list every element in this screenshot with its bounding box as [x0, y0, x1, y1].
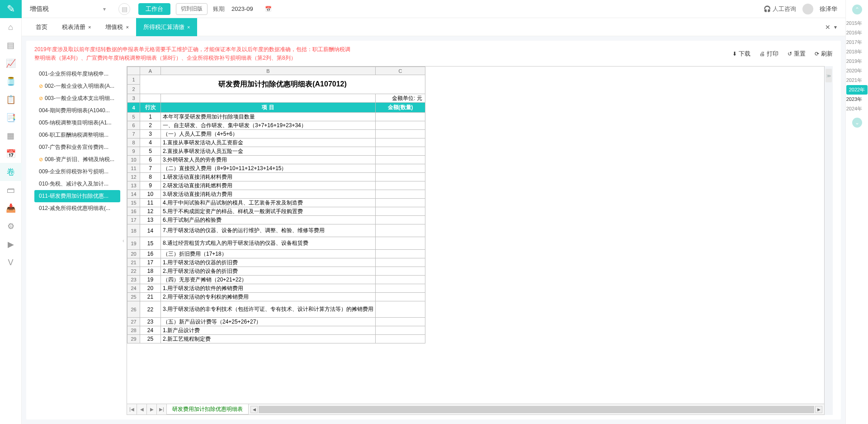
tax-type-chevron-icon[interactable]: ▾	[103, 6, 106, 12]
form-list-item[interactable]: 004-期间费用明细表(A1040...	[34, 105, 120, 117]
table-row[interactable]: 22182.用于研发活动的设备的折旧费	[127, 267, 425, 276]
form-list-item[interactable]: ⊘002-一般企业收入明细表(A...	[34, 80, 120, 92]
sheet-nav-first-icon[interactable]: |◀	[127, 404, 137, 414]
tab-首页[interactable]: 首页	[28, 18, 55, 36]
form-list-item[interactable]: 006-职工薪酬纳税调整明细...	[34, 129, 120, 141]
form-list-item[interactable]: 005-纳税调整项目明细表(A1...	[34, 117, 120, 129]
sheet-table[interactable]: ABC1研发费用加计扣除优惠明细表(A107012)23金额单位: 元4行次项 …	[127, 67, 425, 343]
reset-button[interactable]: ↺重置	[788, 50, 806, 58]
nav-archive-icon[interactable]: 🗃	[0, 181, 22, 199]
year-item[interactable]: 2015年	[846, 19, 868, 28]
tabs-overflow-icon[interactable]: ▾	[832, 24, 839, 30]
sheet-nav-next-icon[interactable]: ▶	[147, 404, 157, 414]
year-up-icon[interactable]: ⌃	[852, 5, 862, 14]
sheet-tab[interactable]: 研发费用加计扣除优惠明细表	[166, 404, 249, 414]
table-row[interactable]: 2723（五）新产品设计费等（24+25+26+27）	[127, 318, 425, 326]
table-row[interactable]: 2319（四）无形资产摊销（20+21+22）	[127, 276, 425, 284]
nav-v-icon[interactable]: V	[0, 253, 22, 272]
sheet-nav-last-icon[interactable]: ▶|	[157, 404, 167, 414]
period-input[interactable]	[228, 4, 274, 14]
table-row[interactable]: 117（二）直接投入费用（8+9+10+11+12+13+14+15）	[127, 164, 425, 173]
year-item[interactable]: 2017年	[846, 38, 868, 47]
nav-settings-icon[interactable]: ⚙	[0, 217, 22, 235]
table-row[interactable]: 952.直接从事研发活动人员五险一金	[127, 147, 425, 156]
table-row[interactable]: 1281.研发活动直接消耗材料费用	[127, 173, 425, 181]
year-item[interactable]: 2020年	[846, 66, 868, 76]
nav-video-icon[interactable]: ▶	[0, 235, 22, 253]
refresh-button[interactable]: ⟳刷新	[815, 50, 833, 58]
table-row[interactable]: 62一、自主研发、合作研发、集中研发（3+7+16+19+23+34）	[127, 121, 425, 130]
year-down-icon[interactable]: ⌄	[852, 118, 862, 128]
year-item[interactable]: 2023年	[846, 95, 868, 104]
table-row[interactable]: 25212.用于研发活动的专利权的摊销费用	[127, 293, 425, 301]
table-row[interactable]: 28241.新产品设计费	[127, 326, 425, 335]
scrollbar-right-icon[interactable]: ▶	[815, 406, 822, 413]
table-row[interactable]: 17136.用于试制产品的检验费	[127, 216, 425, 224]
form-list-item[interactable]: ⊘008-资产折旧、摊销及纳税...	[34, 153, 120, 166]
year-item[interactable]: 2019年	[846, 57, 868, 66]
tax-type-selector-label[interactable]: 增值税	[30, 5, 49, 13]
nav-tax-icon[interactable]: 卷	[0, 163, 22, 181]
form-list-item[interactable]: 012-减免所得税优惠明细表(...	[34, 202, 120, 214]
year-item[interactable]: 2018年	[846, 47, 868, 57]
tab-增值税[interactable]: 增值税×	[98, 18, 136, 36]
close-all-tabs-icon[interactable]: ✕	[823, 24, 832, 31]
switch-old-version-button[interactable]: 切到旧版	[176, 3, 208, 15]
table-row[interactable]: 51本年可享受研发费用加计扣除项目数量	[127, 113, 425, 121]
nav-clipboard-icon[interactable]: 📋	[0, 91, 22, 109]
table-row[interactable]: 19158.通过经营租赁方式租入的用于研发活动的仪器、设备租赁费	[127, 237, 425, 250]
collapse-sidebar-handle[interactable]: ‹	[120, 66, 127, 415]
table-row[interactable]: 16125.用于不构成固定资产的样品、样机及一般测试手段购置费	[127, 207, 425, 216]
table-row[interactable]: 1063.外聘研发人员的劳务费用	[127, 156, 425, 164]
form-list-item[interactable]: 010-免税、减计收入及加计...	[34, 178, 120, 190]
download-button[interactable]: ⬇下载	[732, 50, 750, 58]
period-label: 账期	[213, 5, 225, 13]
table-row[interactable]: 15114.用于中间试验和产品试制的模具、工艺装备开发及制造费	[127, 199, 425, 207]
year-item[interactable]: 2016年	[846, 28, 868, 38]
form-list-item[interactable]: 007-广告费和业务宣传费跨...	[34, 141, 120, 153]
nav-home-icon[interactable]: ⌂	[0, 18, 22, 36]
form-list-item[interactable]: 009-企业所得税弥补亏损明...	[34, 166, 120, 178]
nav-table-icon[interactable]: ▦	[0, 127, 22, 145]
form-list-item[interactable]: 011-研发费用加计扣除优惠...	[34, 190, 120, 202]
docs-round-icon[interactable]: ▤	[118, 3, 130, 15]
form-list-item[interactable]: ⊘003-一般企业成本支出明细...	[34, 92, 120, 105]
tab-税表清册[interactable]: 税表清册×	[55, 18, 98, 36]
close-icon[interactable]: ×	[88, 24, 91, 30]
expand-panel-icon[interactable]: ≫	[826, 69, 832, 82]
help-link[interactable]: 🎧 人工咨询	[764, 5, 796, 13]
table-row[interactable]: 1392.研发活动直接消耗燃料费用	[127, 181, 425, 190]
scrollbar-thumb[interactable]	[259, 406, 814, 413]
workspace-button[interactable]: 工作台	[138, 3, 170, 15]
print-button[interactable]: 🖨打印	[760, 50, 778, 58]
year-item[interactable]: 2024年	[846, 104, 868, 114]
horizontal-scrollbar[interactable]: ◀ ▶	[249, 404, 824, 414]
sheet-nav-prev-icon[interactable]: ◀	[137, 404, 147, 414]
table-row[interactable]: 24201.用于研发活动的软件的摊销费用	[127, 284, 425, 293]
table-row[interactable]: 18147.用于研发活动的仪器、设备的运行维护、调整、检验、维修等费用	[127, 224, 425, 237]
content-area: 2019年度涉及取以前年度结转数据的申报表单元格需要手工维护正确，才能保证本年及…	[26, 41, 841, 419]
user-name-label: 徐泽华	[820, 5, 837, 13]
scrollbar-left-icon[interactable]: ◀	[250, 406, 258, 413]
table-row[interactable]: 73（一）人员人工费用（4+5+6）	[127, 130, 425, 138]
nav-report-icon[interactable]: 📑	[0, 109, 22, 127]
table-row[interactable]: 841.直接从事研发活动人员工资薪金	[127, 138, 425, 147]
user-avatar[interactable]	[802, 4, 813, 14]
table-row[interactable]: 26223.用于研发活动的非专利技术（包括许可证、专有技术、设计和计算方法等）的…	[127, 301, 425, 318]
nav-inbox-icon[interactable]: 📥	[0, 199, 22, 217]
nav-doc-icon[interactable]: ▤	[0, 36, 22, 54]
table-row[interactable]: 14103.研发活动直接消耗动力费用	[127, 190, 425, 199]
nav-jar-icon[interactable]: 🫙	[0, 72, 22, 91]
table-row[interactable]: 29252.新工艺规程制定费	[127, 335, 425, 343]
nav-calendar-icon[interactable]: 📅	[0, 145, 22, 163]
form-list-item[interactable]: 001-企业所得税年度纳税申...	[34, 68, 120, 80]
year-item[interactable]: 2022年	[846, 85, 868, 95]
tab-所得税汇算清缴[interactable]: 所得税汇算清缴×	[136, 18, 197, 36]
table-row[interactable]: 21171.用于研发活动的仪器的折旧费	[127, 258, 425, 267]
close-icon[interactable]: ×	[126, 24, 128, 30]
nav-chart-icon[interactable]: 📈	[0, 54, 22, 72]
close-icon[interactable]: ×	[187, 24, 190, 30]
year-item[interactable]: 2021年	[846, 76, 868, 85]
table-row[interactable]: 2016（三）折旧费用（17+18）	[127, 250, 425, 258]
warning-icon: ⊘	[39, 157, 43, 162]
